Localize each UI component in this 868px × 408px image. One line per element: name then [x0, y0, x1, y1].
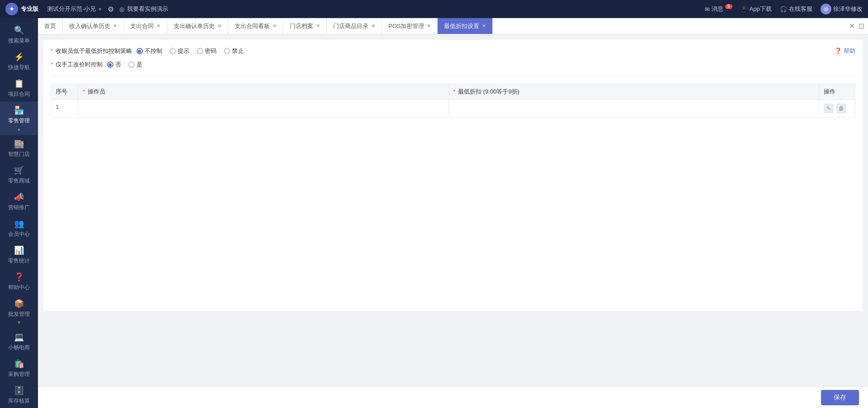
edit-icon[interactable]: ✎ — [824, 103, 834, 113]
wholesale-expand-icon: ▼ — [17, 320, 21, 325]
sidebar-item-project-contract[interactable]: 📋 项目合同 — [0, 75, 38, 102]
messages-icon: ✉ — [705, 6, 710, 13]
tab-home-label: 首页 — [44, 22, 56, 30]
radio-prompt-label: 提示 — [178, 47, 189, 55]
radio-manual-no[interactable]: 否 — [107, 61, 121, 69]
sidebar-label-quicknav: 快捷导航 — [8, 64, 30, 71]
member-icon: 👥 — [14, 219, 24, 229]
sidebar-label-ecommerce: 零售商城 — [8, 177, 30, 185]
tab-expense-board[interactable]: 支出合同看板 ✕ — [228, 18, 283, 34]
tab-min-discount-label: 最低折扣设置 — [444, 22, 479, 30]
retail-icon: 🏪 — [14, 105, 24, 115]
radio-password[interactable]: 密码 — [197, 47, 217, 55]
action-icons: ✎ 🗑 — [824, 103, 850, 113]
tab-income-history-label: 收入确认单历史 — [69, 22, 110, 30]
radio-no-control[interactable]: 不控制 — [137, 47, 162, 55]
operator-input[interactable] — [83, 103, 444, 110]
tab-pos-security[interactable]: POS加密管理 ✕ — [382, 18, 438, 34]
project-selector[interactable]: 测试分开示范-小兄 ▼ — [47, 5, 102, 13]
sidebar-item-inventory[interactable]: 🗄️ 库存核算 — [0, 382, 38, 408]
sidebar-item-marketing[interactable]: 📣 营销推广 — [0, 188, 38, 215]
sidebar-item-retail-mgmt[interactable]: 🏪 零售管理 ▲ — [0, 102, 38, 135]
radio-forbid-label: 禁止 — [232, 47, 244, 55]
sidebar-item-search[interactable]: 🔍 搜索菜单 — [0, 22, 38, 48]
tab-expense-board-label: 支出合同看板 — [235, 22, 270, 30]
th-operator: * 操作员 — [78, 84, 449, 100]
sidebar-item-quicknav[interactable]: ⚡ 快捷导航 — [0, 48, 38, 75]
discount-strategy-row: * 收银员低于最低折扣控制策略 不控制 提示 — [51, 47, 855, 55]
radio-no-control-label: 不控制 — [145, 47, 162, 55]
sidebar-item-help[interactable]: ❓ 帮助中心 — [0, 268, 38, 295]
table-header-row: 序号 * 操作员 * 最低折扣 (9.00等于9折) — [51, 84, 855, 100]
demo-label: 我要看实例演示 — [127, 5, 168, 13]
main-layout: 🔍 搜索菜单 ⚡ 快捷导航 📋 项目合同 🏪 零售管理 ▲ 🏬 智慧门店 🛒 零… — [0, 18, 868, 408]
inventory-icon: 🗄️ — [14, 385, 24, 395]
tab-pos-security-close[interactable]: ✕ — [427, 23, 431, 29]
help-link[interactable]: ❓ 帮助 — [835, 47, 855, 55]
tab-expense-contract[interactable]: 支出合同 ✕ — [124, 18, 167, 34]
tab-expense-contract-close[interactable]: ✕ — [156, 23, 160, 29]
contract-icon: 📋 — [14, 79, 24, 89]
tab-min-discount-close[interactable]: ✕ — [482, 23, 486, 29]
online-support-label: 在线客服 — [789, 5, 812, 13]
ecommerce-icon: 🛒 — [14, 165, 24, 175]
tab-store-file-label: 门店档案 — [290, 22, 313, 30]
avatar-initials: 徐 — [824, 6, 829, 13]
tab-store-catalog-close[interactable]: ✕ — [371, 23, 375, 29]
discount-table: 序号 * 操作员 * 最低折扣 (9.00等于9折) — [51, 84, 855, 117]
quicknav-icon: ⚡ — [14, 52, 24, 62]
app-download-button[interactable]: 📱 App下载 — [741, 5, 772, 13]
tab-store-catalog[interactable]: 门店商品目录 ✕ — [327, 18, 382, 34]
demo-button[interactable]: ◎ 我要看实例演示 — [119, 5, 168, 13]
tab-income-history-close[interactable]: ✕ — [113, 23, 117, 29]
tab-close-all-icon[interactable]: ✕ — [849, 22, 855, 30]
cell-discount[interactable] — [448, 100, 819, 117]
page-card: * 收银员低于最低折扣控制策略 不控制 提示 — [43, 40, 863, 311]
tab-expense-confirm-history-close[interactable]: ✕ — [217, 23, 222, 29]
xiaochang-icon: 💻 — [14, 332, 24, 342]
tab-expense-confirm-history[interactable]: 支出确认单历史 ✕ — [167, 18, 228, 34]
discount-strategy-label: * 收银员低于最低折扣控制策略 — [51, 47, 132, 55]
tab-expand-icon[interactable]: ⊡ — [859, 22, 864, 30]
save-button[interactable]: 保存 — [821, 390, 859, 405]
th-discount-star: * — [453, 88, 456, 95]
tab-expense-contract-label: 支出合同 — [130, 22, 154, 30]
messages-button[interactable]: ✉ 消息 8 — [705, 5, 732, 13]
tab-store-file[interactable]: 门店档案 ✕ — [283, 18, 327, 34]
logo: ✦ 专业版 — [5, 3, 43, 15]
search-icon: 🔍 — [14, 25, 24, 35]
sidebar-item-xiaochang[interactable]: 💻 小畅电商 — [0, 328, 38, 355]
cell-operator[interactable] — [78, 100, 449, 117]
settings-icon[interactable]: ⚙ — [108, 5, 114, 14]
discount-input[interactable] — [453, 103, 815, 110]
manual-price-row: * 仅手工改价时控制 否 是 — [51, 61, 855, 69]
online-support-button[interactable]: 🎧 在线客服 — [780, 5, 812, 13]
sidebar-item-wholesale[interactable]: 📦 批发管理 ▼ — [0, 295, 38, 328]
wholesale-icon: 📦 — [14, 299, 24, 309]
th-operator-star: * — [83, 88, 85, 95]
radio-prompt[interactable]: 提示 — [170, 47, 189, 55]
radio-forbid[interactable]: 禁止 — [224, 47, 244, 55]
radio-password-circle — [197, 48, 203, 54]
sidebar-item-purchase[interactable]: 🛍️ 采购管理 — [0, 355, 38, 382]
tab-store-file-close[interactable]: ✕ — [316, 23, 320, 29]
tab-min-discount[interactable]: 最低折扣设置 ✕ — [438, 18, 493, 34]
sidebar-item-member[interactable]: 👥 会员中心 — [0, 215, 38, 242]
top-bar-right: ✉ 消息 8 📱 App下载 🎧 在线客服 徐 徐泽华修改 — [705, 4, 863, 14]
sidebar-label-purchase: 采购管理 — [8, 370, 30, 378]
sidebar: 🔍 搜索菜单 ⚡ 快捷导航 📋 项目合同 🏪 零售管理 ▲ 🏬 智慧门店 🛒 零… — [0, 18, 38, 408]
tab-expense-board-close[interactable]: ✕ — [273, 23, 277, 29]
radio-manual-yes[interactable]: 是 — [128, 61, 142, 69]
sidebar-item-smart-store[interactable]: 🏬 智慧门店 — [0, 135, 38, 162]
phone-icon: 📱 — [741, 6, 748, 13]
tab-home[interactable]: 首页 — [38, 18, 63, 34]
sidebar-item-retail-stats[interactable]: 📊 零售统计 — [0, 242, 38, 268]
tab-income-history[interactable]: 收入确认单历史 ✕ — [63, 18, 124, 34]
help-icon: ❓ — [14, 272, 24, 282]
radio-manual-yes-circle — [128, 61, 135, 68]
radio-forbid-circle — [224, 48, 230, 54]
delete-icon[interactable]: 🗑 — [836, 103, 846, 113]
sidebar-item-ecommerce[interactable]: 🛒 零售商城 — [0, 162, 38, 188]
user-profile[interactable]: 徐 徐泽华修改 — [821, 4, 863, 14]
th-seq: 序号 — [51, 84, 78, 100]
